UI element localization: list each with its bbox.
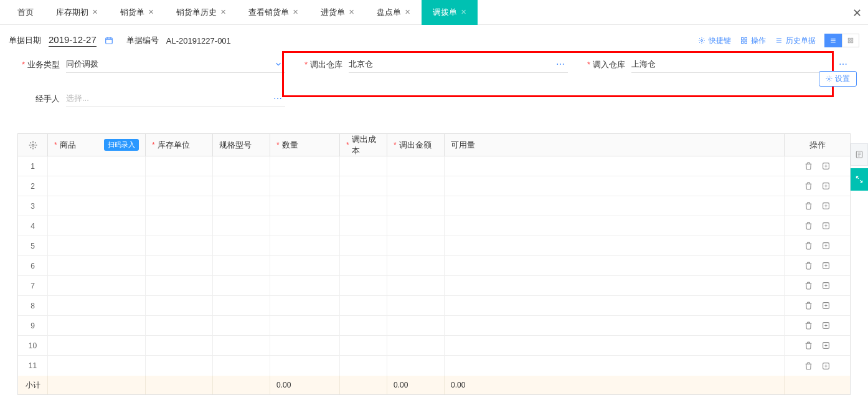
product-cell[interactable] (48, 176, 146, 196)
product-cell[interactable] (48, 316, 146, 335)
unit-cell[interactable] (146, 236, 213, 255)
delete-icon[interactable] (804, 162, 813, 171)
delete-icon[interactable] (804, 302, 813, 310)
more-icon[interactable]: ⋯ (273, 93, 285, 103)
side-expand-button[interactable] (851, 168, 868, 191)
product-cell[interactable] (48, 256, 146, 275)
more-icon[interactable]: ⋯ (839, 59, 851, 69)
cost-cell[interactable] (340, 356, 387, 376)
table-row[interactable]: 3 (18, 196, 850, 216)
delete-icon[interactable] (804, 282, 813, 290)
spec-cell[interactable] (213, 296, 270, 315)
close-icon[interactable]: ✕ (405, 8, 410, 16)
add-icon[interactable] (822, 302, 831, 310)
product-cell[interactable] (48, 276, 146, 295)
date-value[interactable]: 2019-12-27 (49, 34, 97, 47)
delete-icon[interactable] (804, 321, 813, 330)
amt-cell[interactable] (387, 316, 445, 335)
spec-cell[interactable] (213, 236, 270, 255)
amt-cell[interactable] (387, 216, 445, 236)
unit-cell[interactable] (146, 356, 213, 376)
cost-cell[interactable] (340, 276, 387, 295)
table-row[interactable]: 1 (18, 156, 850, 176)
add-icon[interactable] (822, 341, 831, 350)
spec-cell[interactable] (213, 276, 270, 295)
table-row[interactable]: 2 (18, 176, 850, 196)
spec-cell[interactable] (213, 216, 270, 236)
shortcut-button[interactable]: 快捷键 (697, 36, 731, 46)
tab-stock-init[interactable]: 库存期初✕ (45, 0, 109, 25)
amt-cell[interactable] (387, 196, 445, 216)
delete-icon[interactable] (804, 262, 813, 270)
spec-cell[interactable] (213, 196, 270, 216)
spec-cell[interactable] (213, 336, 270, 355)
cost-cell[interactable] (340, 236, 387, 255)
table-row[interactable]: 4 (18, 216, 850, 236)
spec-cell[interactable] (213, 256, 270, 275)
add-icon[interactable] (822, 242, 831, 250)
qty-cell[interactable] (270, 356, 340, 376)
qty-cell[interactable] (270, 236, 340, 255)
close-panel-icon[interactable]: ✕ (852, 6, 862, 20)
out-warehouse-field[interactable]: *调出仓库 北京仓⋯ (300, 56, 568, 73)
qty-cell[interactable] (270, 276, 340, 295)
qty-cell[interactable] (270, 256, 340, 275)
cost-cell[interactable] (340, 216, 387, 236)
handler-field[interactable]: 经手人 选择...⋯ (17, 90, 285, 107)
unit-cell[interactable] (146, 276, 213, 295)
product-cell[interactable] (48, 236, 146, 255)
operate-button[interactable]: 操作 (740, 36, 766, 46)
cost-cell[interactable] (340, 176, 387, 196)
cost-cell[interactable] (340, 196, 387, 216)
in-warehouse-field[interactable]: *调入仓库 上海仓⋯ (583, 56, 851, 73)
add-icon[interactable] (822, 162, 831, 171)
table-row[interactable]: 8 (18, 296, 850, 316)
product-cell[interactable] (48, 156, 146, 176)
scan-button[interactable]: 扫码录入 (104, 139, 139, 151)
side-notes-button[interactable] (851, 143, 868, 166)
table-row[interactable]: 7 (18, 276, 850, 296)
spec-cell[interactable] (213, 176, 270, 196)
spec-cell[interactable] (213, 356, 270, 376)
add-icon[interactable] (822, 222, 831, 231)
product-cell[interactable] (48, 216, 146, 236)
unit-cell[interactable] (146, 316, 213, 335)
amt-cell[interactable] (387, 176, 445, 196)
amt-cell[interactable] (387, 356, 445, 376)
add-icon[interactable] (822, 182, 831, 191)
table-row[interactable]: 5 (18, 236, 850, 256)
unit-cell[interactable] (146, 256, 213, 275)
amt-cell[interactable] (387, 276, 445, 295)
table-row[interactable]: 11 (18, 356, 850, 376)
add-icon[interactable] (822, 262, 831, 270)
delete-icon[interactable] (804, 222, 813, 231)
close-icon[interactable]: ✕ (92, 8, 98, 16)
cost-cell[interactable] (340, 316, 387, 335)
tab-home[interactable]: 首页 (6, 0, 45, 25)
chevron-down-icon[interactable] (274, 60, 285, 69)
product-cell[interactable] (48, 296, 146, 315)
delete-icon[interactable] (804, 202, 813, 211)
amt-cell[interactable] (387, 156, 445, 176)
amt-cell[interactable] (387, 336, 445, 355)
product-cell[interactable] (48, 336, 146, 355)
tab-sales-order[interactable]: 销货单✕ (109, 0, 165, 25)
history-button[interactable]: 历史单据 (775, 36, 816, 46)
table-row[interactable]: 6 (18, 256, 850, 276)
delete-icon[interactable] (804, 182, 813, 191)
product-cell[interactable] (48, 196, 146, 216)
amt-cell[interactable] (387, 256, 445, 275)
unit-cell[interactable] (146, 336, 213, 355)
spec-cell[interactable] (213, 316, 270, 335)
view-grid-button[interactable] (842, 34, 859, 47)
close-icon[interactable]: ✕ (461, 8, 466, 16)
delete-icon[interactable] (804, 361, 813, 370)
qty-cell[interactable] (270, 336, 340, 355)
cost-cell[interactable] (340, 296, 387, 315)
qty-cell[interactable] (270, 316, 340, 335)
cost-cell[interactable] (340, 256, 387, 275)
tab-purchase[interactable]: 进货单✕ (309, 0, 366, 25)
tab-view-sales[interactable]: 查看销货单✕ (237, 0, 309, 25)
tab-sales-history[interactable]: 销货单历史✕ (165, 0, 237, 25)
qty-cell[interactable] (270, 176, 340, 196)
